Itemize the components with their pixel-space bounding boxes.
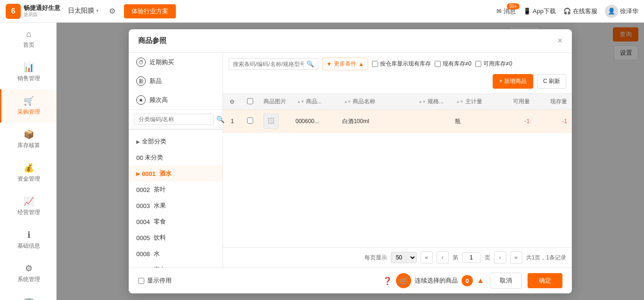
cart-icon[interactable]: 🛒 [396, 273, 411, 288]
message-badge: 99+ [507, 3, 520, 9]
category-search: 🔍 [129, 110, 223, 129]
logo-icon: 6 [6, 4, 21, 19]
sidebar-item-system[interactable]: ⚙ 系统管理 [0, 257, 56, 290]
chk-warehouse[interactable]: 按仓库显示现有库存 [372, 60, 431, 68]
category-item-0001[interactable]: ▶ 0001 酒水 [129, 166, 223, 182]
search-input[interactable] [233, 61, 304, 67]
category-item-0003[interactable]: 0003 水果 [129, 198, 223, 214]
category-item-0010[interactable]: 0010 家电 [129, 262, 223, 267]
page-first-button[interactable]: « [421, 251, 433, 264]
app-download-nav[interactable]: 📱 App下载 [523, 7, 556, 16]
row-checkbox[interactable] [247, 117, 253, 124]
product-table: ⚙ 商品图片 [223, 94, 572, 133]
product-code: 000600... [291, 110, 338, 133]
message-icon: ✉ [496, 8, 502, 15]
new-icon: 新 [136, 76, 146, 86]
add-product-button[interactable]: + 新增商品 [493, 74, 533, 89]
page-next-button[interactable]: › [494, 251, 506, 264]
cart-count: 0 [462, 275, 473, 286]
filter-button[interactable]: ▼ 更多条件 ▲ [322, 58, 368, 70]
customer-service-nav[interactable]: 🎧 在线客服 [563, 7, 597, 16]
app-name: 畅捷通好生意 [24, 4, 60, 12]
sort-arrows: ▲▼ [297, 100, 305, 104]
new-product-item[interactable]: 新 新品 [129, 72, 223, 91]
recent-purchase-item[interactable]: ⏱ 近期购买 [129, 53, 223, 72]
sidebar-item-sales[interactable]: 📊 销售管理 [0, 56, 56, 89]
category-item-0004[interactable]: 0004 零食 [129, 214, 223, 230]
frequent-item[interactable]: ★ 频次高 [129, 91, 223, 109]
category-item-0002[interactable]: 0002 茶叶 [129, 182, 223, 198]
chk-stock-nonzero[interactable]: 现有库存≠0 [435, 60, 471, 68]
product-image: 🖼 [264, 114, 279, 129]
table-head: ⚙ 商品图片 [223, 94, 572, 110]
cta-button[interactable]: 体验行业方案 [124, 4, 176, 18]
modal-footer: 显示停用 ❓ 🛒 连续选择的商品 0 ▲ 取消 确定 [129, 267, 572, 293]
show-disabled-checkbox[interactable]: 显示停用 [138, 276, 172, 285]
table-row[interactable]: 1 🖼 000600... 白酒100ml [223, 110, 572, 133]
chk-avail-nonzero[interactable]: 可用库存≠0 [475, 60, 512, 68]
modal-overlay: 商品参照 × ⏱ 近期购买 新 新品 [57, 23, 644, 300]
top-nav: 6 畅捷通好生意 捷易版 日太阳膜 ▾ ⚙ 体验行业方案 ✉ 消息 99+ 📱 … [0, 0, 644, 23]
user-profile[interactable]: 👤 徐泽华 [605, 5, 638, 18]
nav-dropdown[interactable]: 日太阳膜 ▾ [62, 0, 104, 23]
category-item-0008[interactable]: 0008 水 [129, 246, 223, 262]
collapse-up-icon[interactable]: ▲ [477, 276, 484, 285]
gear-icon[interactable]: ⚙ [104, 7, 120, 16]
product-avail: -1 [487, 110, 534, 133]
per-page-select[interactable]: 50 100 [391, 252, 417, 263]
right-panel: 🔍 ▼ 更多条件 ▲ 按仓库显示现有库存 [223, 53, 572, 267]
purchase-icon: 🛒 [24, 96, 34, 106]
sidebar-item-purchase[interactable]: 🛒 采购管理 [0, 89, 56, 123]
modal-body: ⏱ 近期购买 新 新品 ★ 频次高 [129, 53, 572, 267]
sidebar-item-home[interactable]: ⌂ 首页 [0, 23, 56, 56]
sidebar-item-basic[interactable]: ℹ 基础信息 [0, 223, 56, 257]
sidebar-item-finance[interactable]: 💰 资金管理 [0, 156, 56, 190]
select-all-checkbox[interactable] [247, 98, 253, 104]
inventory-icon: 📦 [24, 129, 34, 140]
product-stock: -1 [535, 110, 572, 133]
category-item-00[interactable]: 00 未分类 [129, 150, 223, 166]
sort-arrows-unit: ▲▼ [456, 100, 464, 104]
sidebar: ⌂ 首页 📊 销售管理 🛒 采购管理 📦 库存核算 💰 资金管理 📈 经营管理 … [0, 23, 57, 300]
system-icon: ⚙ [25, 263, 33, 274]
nav-right: ✉ 消息 99+ 📱 App下载 🎧 在线客服 👤 徐泽华 [496, 5, 638, 18]
modal-header: 商品参照 × [129, 29, 572, 53]
headset-icon: 🎧 [563, 8, 571, 15]
help-icon[interactable]: ❓ [383, 276, 392, 285]
phone-icon: 📱 [523, 8, 531, 15]
avatar: 👤 [605, 5, 618, 18]
cart-area: ❓ 🛒 连续选择的商品 0 ▲ [383, 273, 484, 288]
finance-icon: 💰 [24, 163, 34, 173]
cancel-button[interactable]: 取消 [490, 273, 522, 289]
toolbar-right: + 新增商品 C 刷新 [493, 74, 566, 89]
star-icon: ★ [136, 95, 146, 105]
page-prev-button[interactable]: ‹ [437, 251, 449, 264]
page-last-button[interactable]: » [510, 251, 522, 264]
modal-title: 商品参照 [138, 36, 166, 45]
sidebar-item-operations[interactable]: 📈 经营管理 [0, 190, 56, 223]
sort-arrows-spec: ▲▼ [419, 100, 426, 104]
filter-icon: ▼ [326, 61, 332, 67]
app-sub: 捷易版 [24, 11, 60, 18]
page-input[interactable] [462, 252, 481, 263]
product-modal: 商品参照 × ⏱ 近期购买 新 新品 [129, 29, 572, 293]
page-info: 共1页，1条记录 [526, 254, 566, 262]
sidebar-item-inventory[interactable]: 📦 库存核算 [0, 123, 56, 156]
category-item-0005[interactable]: 0005 饮料 [129, 230, 223, 246]
sidebar-item-enterprise[interactable]: 🏢 企业协同 [0, 290, 56, 300]
close-icon[interactable]: × [557, 36, 562, 46]
home-icon: ⌂ [26, 29, 32, 39]
search-icon: 🔍 [306, 60, 314, 67]
category-all[interactable]: ▶ 全部分类 [129, 133, 223, 150]
search-icon[interactable]: 🔍 [216, 116, 224, 123]
table-settings-icon[interactable]: ⚙ [230, 99, 235, 105]
category-search-input[interactable] [134, 114, 214, 125]
refresh-button[interactable]: C 刷新 [537, 74, 566, 89]
main-layout: ⌂ 首页 📊 销售管理 🛒 采购管理 📦 库存核算 💰 资金管理 📈 经营管理 … [0, 23, 644, 300]
row-num: 1 [223, 110, 242, 133]
active-triangle-icon: ▶ [136, 171, 140, 176]
confirm-button[interactable]: 确定 [528, 273, 562, 288]
chevron-up-icon: ▲ [358, 61, 364, 67]
basic-icon: ℹ [27, 230, 31, 240]
messages-nav[interactable]: ✉ 消息 99+ [496, 7, 516, 16]
